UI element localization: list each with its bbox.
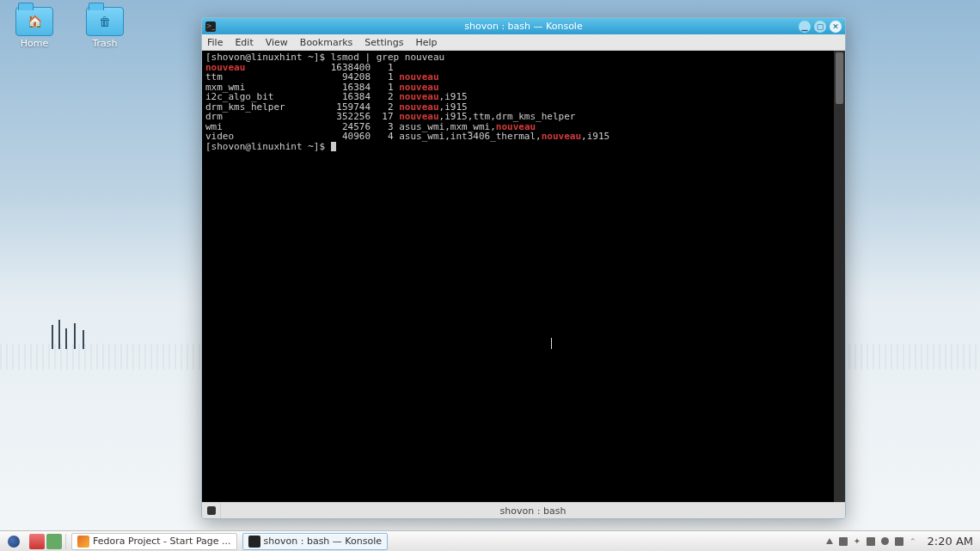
menu-edit[interactable]: Edit bbox=[235, 37, 253, 48]
task-icon bbox=[248, 536, 260, 548]
tray-chevron-icon[interactable]: ⌃ bbox=[910, 537, 916, 546]
scrollbar-thumb[interactable] bbox=[836, 52, 843, 104]
task-label: Fedora Project - Start Page ... bbox=[93, 536, 231, 547]
new-tab-icon bbox=[207, 506, 216, 515]
terminal-view[interactable]: [shovon@linuxhint ~]$ lsmod | grep nouve… bbox=[202, 51, 845, 502]
tray-clipboard-icon[interactable] bbox=[839, 537, 848, 546]
window-titlebar[interactable]: >_ shovon : bash — Konsole ▁ ▢ ✕ bbox=[202, 18, 845, 34]
desktop-icon-home[interactable]: 🏠Home bbox=[10, 7, 58, 49]
taskbar-task[interactable]: Fedora Project - Start Page ... bbox=[71, 533, 237, 550]
menu-file[interactable]: File bbox=[207, 37, 223, 48]
fedora-logo-icon bbox=[8, 536, 20, 548]
tray-volume-icon[interactable] bbox=[881, 537, 889, 545]
menu-help[interactable]: Help bbox=[415, 37, 437, 48]
konsole-window: >_ shovon : bash — Konsole ▁ ▢ ✕ FileEdi… bbox=[201, 17, 846, 519]
start-button[interactable] bbox=[2, 533, 26, 550]
desktop-icon-label: Home bbox=[21, 38, 48, 49]
quick-launch bbox=[29, 534, 62, 549]
task-icon bbox=[77, 536, 89, 548]
tray-network-icon[interactable] bbox=[895, 537, 903, 546]
wallpaper-trees bbox=[52, 315, 138, 349]
close-button[interactable]: ✕ bbox=[830, 21, 842, 33]
menu-bookmarks[interactable]: Bookmarks bbox=[300, 37, 352, 48]
desktop-icon-label: Trash bbox=[92, 38, 117, 49]
taskbar-task[interactable]: shovon : bash — Konsole bbox=[242, 533, 388, 550]
menu-settings[interactable]: Settings bbox=[364, 37, 403, 48]
terminal-tab-bar: shovon : bash bbox=[202, 502, 845, 518]
menu-bar: FileEditViewBookmarksSettingsHelp bbox=[202, 34, 845, 51]
quick-launch-item[interactable] bbox=[29, 534, 45, 549]
window-title: shovon : bash — Konsole bbox=[202, 21, 845, 32]
tray-expand-icon[interactable] bbox=[826, 538, 833, 544]
desktop-icons: 🏠Home🗑Trash bbox=[10, 7, 129, 49]
terminal-cursor bbox=[331, 142, 336, 151]
text-cursor-icon bbox=[551, 338, 552, 349]
folder-icon: 🏠 bbox=[15, 7, 53, 36]
folder-icon: 🗑 bbox=[86, 7, 124, 36]
taskbar-clock[interactable]: 2:20 AM bbox=[928, 535, 973, 548]
terminal-tab[interactable]: shovon : bash bbox=[221, 505, 845, 517]
minimize-button[interactable]: ▁ bbox=[799, 21, 811, 33]
desktop-icon-trash[interactable]: 🗑Trash bbox=[81, 7, 129, 49]
maximize-button[interactable]: ▢ bbox=[814, 21, 826, 33]
system-tray: ✦ ⌃ 2:20 AM bbox=[826, 535, 980, 548]
terminal-scrollbar[interactable] bbox=[834, 51, 845, 502]
konsole-icon: >_ bbox=[205, 21, 216, 32]
quick-launch-item[interactable] bbox=[46, 534, 62, 549]
taskbar-separator bbox=[65, 534, 66, 549]
menu-view[interactable]: View bbox=[266, 37, 288, 48]
taskbar: Fedora Project - Start Page ...shovon : … bbox=[0, 530, 980, 551]
new-tab-button[interactable] bbox=[202, 503, 221, 518]
task-label: shovon : bash — Konsole bbox=[264, 536, 382, 547]
tray-battery-icon[interactable] bbox=[867, 537, 875, 546]
tray-updates-icon[interactable]: ✦ bbox=[854, 537, 861, 546]
